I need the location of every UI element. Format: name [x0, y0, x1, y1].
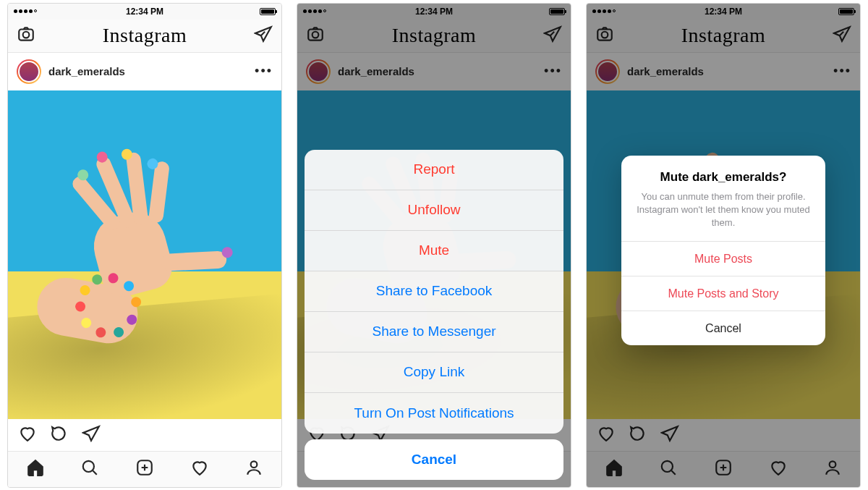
action-copy-link[interactable]: Copy Link [305, 352, 563, 393]
battery-icon [260, 8, 276, 15]
status-time: 12:34 PM [8, 7, 281, 17]
svg-point-1 [23, 32, 30, 38]
alert-title: Mute dark_emeralds? [636, 170, 811, 185]
instagram-logo: Instagram [103, 24, 187, 47]
status-bar: 12:34 PM [8, 4, 281, 20]
send-icon[interactable] [254, 25, 273, 46]
camera-icon[interactable] [17, 25, 35, 46]
action-cancel[interactable]: Cancel [305, 439, 563, 480]
post-more-button[interactable]: ••• [255, 64, 273, 79]
phone-screen-mute-alert: 12:34 PM Instagram dark_emeralds ••• Mut… [586, 3, 861, 488]
home-tab-icon[interactable] [26, 458, 45, 480]
phone-screen-actionsheet: 12:34 PM Instagram dark_emeralds ••• Rep… [297, 3, 571, 488]
action-post-notifications[interactable]: Turn On Post Notifications [305, 393, 563, 434]
avatar[interactable] [17, 59, 41, 84]
action-share-facebook[interactable]: Share to Facebook [305, 271, 563, 312]
action-report[interactable]: Report [305, 150, 563, 190]
mute-posts-and-story-button[interactable]: Mute Posts and Story [621, 276, 825, 311]
svg-point-4 [251, 461, 258, 468]
profile-tab-icon[interactable] [244, 458, 263, 480]
search-tab-icon[interactable] [80, 458, 99, 480]
comment-icon[interactable] [50, 424, 69, 446]
top-nav: Instagram [8, 20, 281, 53]
post-header: dark_emeralds ••• [8, 53, 281, 90]
tab-bar [8, 451, 281, 487]
alert-message: You can unmute them from their profile. … [636, 190, 811, 230]
post-username[interactable]: dark_emeralds [48, 65, 255, 77]
svg-point-2 [83, 461, 94, 472]
action-share-messenger[interactable]: Share to Messenger [305, 312, 563, 352]
mute-alert: Mute dark_emeralds? You can unmute them … [621, 156, 825, 346]
post-actions [8, 419, 281, 451]
post-image[interactable] [8, 90, 281, 419]
mute-posts-button[interactable]: Mute Posts [621, 241, 825, 276]
action-mute[interactable]: Mute [305, 231, 563, 271]
heart-icon[interactable] [18, 424, 37, 446]
mute-cancel-button[interactable]: Cancel [621, 311, 825, 345]
add-tab-icon[interactable] [135, 458, 154, 480]
action-sheet: Report Unfollow Mute Share to Facebook S… [305, 150, 563, 480]
signal-strength-icon [14, 9, 37, 13]
activity-tab-icon[interactable] [190, 458, 209, 480]
share-icon[interactable] [82, 424, 101, 446]
phone-screen-feed: 12:34 PM Instagram dark_emeralds ••• [7, 3, 282, 488]
action-unfollow[interactable]: Unfollow [305, 190, 563, 231]
